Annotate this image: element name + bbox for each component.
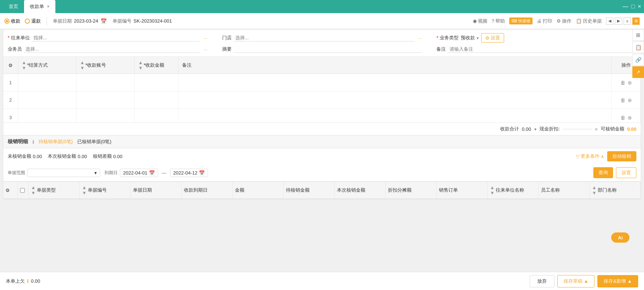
- due-date-to[interactable]: 2022-04-12 📅: [170, 169, 208, 177]
- action-history[interactable]: 📋 历史单据: [576, 18, 602, 24]
- bill-range-field: 单据范围 ▾: [8, 169, 100, 177]
- diff-label: 核销差额: [93, 153, 112, 160]
- summary-input[interactable]: [234, 46, 422, 53]
- save-draft-label: 保存草稿: [564, 278, 582, 285]
- due-date-to-value: 2022-04-12: [173, 170, 198, 176]
- close-window-icon[interactable]: ×: [638, 3, 641, 10]
- query-btn[interactable]: 查询: [593, 167, 613, 178]
- table-row: 3 🗑 ⊕: [3, 109, 641, 123]
- row-3-amount[interactable]: [134, 109, 178, 123]
- row-1-copy-icon[interactable]: ⊕: [628, 80, 632, 86]
- next-layout-icon[interactable]: ▶: [615, 17, 622, 25]
- discount-input[interactable]: [563, 129, 592, 129]
- bill-range-select[interactable]: ▾: [27, 169, 100, 177]
- salesperson-field: 业务员 ···: [8, 46, 208, 53]
- store-input[interactable]: [234, 34, 415, 42]
- sidebar-expand-icon[interactable]: ↗: [632, 66, 644, 78]
- row-2-copy-icon[interactable]: ⊕: [628, 97, 632, 103]
- radio-receipt-dot: [4, 19, 9, 24]
- row-3-settle[interactable]: [18, 109, 76, 123]
- row-2-delete-icon[interactable]: 🗑: [620, 97, 625, 103]
- radio-refund[interactable]: 退款: [25, 18, 41, 24]
- bottom-th-due-date-label: 收款到期日: [184, 187, 208, 193]
- bill-no-label: 单据编号: [113, 18, 131, 24]
- list-layout-icon[interactable]: ≡: [624, 17, 631, 25]
- tab-home[interactable]: 首页: [3, 0, 24, 13]
- tab-pending[interactable]: 待核销单据(0笔): [39, 138, 73, 145]
- settings-button[interactable]: ⚙ 设置: [481, 33, 504, 43]
- bottom-th-dept-label: 部门名称: [598, 187, 617, 193]
- row-1-account[interactable]: [76, 74, 134, 91]
- form-row-1: 往来单位 ··· 门店 ··· 业务类型 预收款 ▾ ⚙ 设置: [8, 33, 636, 43]
- business-type-value: 预收款: [461, 35, 475, 41]
- current-verif-value: 0.00: [78, 154, 87, 159]
- row-1-settle[interactable]: [18, 74, 76, 91]
- table-settings-icon[interactable]: ⚙: [3, 57, 18, 74]
- prev-layout-icon[interactable]: ◀: [606, 17, 613, 25]
- save-draft-btn[interactable]: 保存草稿 ▲: [557, 275, 595, 287]
- verif-settings-btn[interactable]: 设置: [616, 167, 636, 178]
- action-help[interactable]: ? 帮助: [492, 18, 505, 24]
- action-print[interactable]: 🖨 打印: [537, 18, 552, 24]
- tab-close-icon[interactable]: ×: [47, 4, 50, 9]
- business-type-select[interactable]: 预收款 ▾: [461, 35, 479, 41]
- filter-btn[interactable]: ▽ 更多条件 ∧: [576, 153, 604, 160]
- row-3-delete-icon[interactable]: 🗑: [620, 115, 625, 121]
- settings-gear-icon: ⚙: [485, 35, 490, 41]
- radio-receipt[interactable]: 收款: [4, 18, 20, 24]
- due-date-from[interactable]: 2022-04-01 📅: [120, 169, 158, 177]
- bottom-th-current-label: 本次核销金额: [337, 187, 365, 193]
- verif-info-icon[interactable]: ℹ: [32, 139, 34, 145]
- minimize-icon[interactable]: —: [623, 3, 628, 10]
- sidebar-table-icon[interactable]: ⊞: [632, 29, 644, 41]
- row-2-settle[interactable]: [18, 91, 76, 109]
- row-1-remark[interactable]: [178, 74, 612, 91]
- counterparty-ellipsis[interactable]: ···: [204, 35, 208, 41]
- filter-icon: ▽: [576, 154, 580, 159]
- action-ops[interactable]: ⚙ 操作: [557, 18, 572, 24]
- row-1-amount[interactable]: [134, 74, 178, 91]
- action-video-label: 视频: [478, 18, 487, 24]
- store-ellipsis[interactable]: ···: [418, 35, 422, 41]
- radio-refund-dot: [25, 19, 30, 24]
- counterparty-input[interactable]: [32, 34, 200, 42]
- salesperson-ellipsis[interactable]: ···: [204, 47, 208, 52]
- row-3-remark[interactable]: [178, 109, 612, 123]
- plus-sign: +: [534, 126, 537, 132]
- select-all-checkbox[interactable]: [20, 188, 25, 193]
- row-2-remark[interactable]: [178, 91, 612, 109]
- diff-item: 核销差额 0.00: [93, 153, 122, 160]
- bill-no-field: 单据编号 SK-20230324-001: [113, 18, 172, 24]
- layout-icons: ◀ ▶ ≡ ⊞: [606, 17, 640, 25]
- action-shortcut[interactable]: ⌨ 快捷键: [509, 17, 533, 24]
- abandon-btn[interactable]: 放弃: [530, 275, 554, 287]
- maximize-icon[interactable]: □: [631, 3, 635, 10]
- row-3-copy-icon[interactable]: ⊕: [628, 115, 632, 121]
- action-video[interactable]: ◉ 视频: [473, 18, 487, 24]
- sidebar-doc-icon[interactable]: 📋: [632, 42, 644, 53]
- bottom-th-checkbox[interactable]: [18, 182, 29, 199]
- save-draft-arrow: ▲: [584, 278, 589, 284]
- row-3-account[interactable]: [76, 109, 134, 123]
- action-print-label: 打印: [543, 18, 552, 24]
- bottom-th-sales: 销售订单: [437, 182, 488, 199]
- bottom-th-discount: 折扣分摊额: [386, 182, 437, 199]
- calendar-icon[interactable]: 📅: [101, 18, 107, 24]
- tab-verified[interactable]: 已核销单据(0笔): [77, 138, 111, 145]
- row-1-delete-icon[interactable]: 🗑: [620, 80, 625, 86]
- row-2-amount[interactable]: [134, 91, 178, 109]
- page-footer: 本单上欠 ℹ 0.00 放弃 保存草稿 ▲ 保存&新增 ▲: [0, 272, 644, 290]
- tab-active[interactable]: 收款单 ×: [24, 0, 55, 13]
- ops-icon: ⚙: [557, 18, 561, 24]
- sidebar-link-icon[interactable]: 🔗: [632, 54, 644, 66]
- salesperson-input[interactable]: [24, 46, 200, 53]
- balance-info-icon[interactable]: ℹ: [27, 278, 29, 284]
- ai-button[interactable]: Ai: [611, 232, 629, 243]
- bottom-th-gear[interactable]: ⚙: [3, 182, 18, 199]
- save-new-btn[interactable]: 保存&新增 ▲: [597, 275, 638, 287]
- verif-actions: ▽ 更多条件 ∧ 自动核销: [576, 151, 636, 161]
- note-input[interactable]: [448, 46, 636, 53]
- auto-verif-btn[interactable]: 自动核销: [607, 151, 636, 161]
- row-2-account[interactable]: [76, 91, 134, 109]
- grid-layout-icon[interactable]: ⊞: [632, 17, 640, 25]
